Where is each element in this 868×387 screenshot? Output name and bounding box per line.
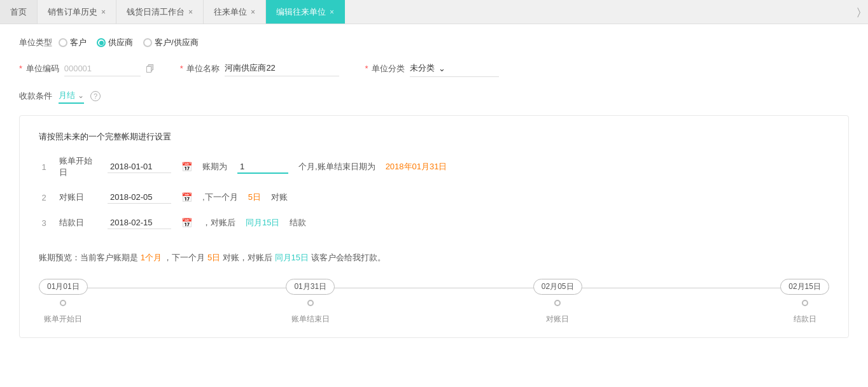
payment-desc-before: ，对账后 xyxy=(202,217,235,229)
unit-category-dropdown[interactable]: 未分类 ⌄ xyxy=(410,60,499,77)
preview-mid2: 对账，对账后 xyxy=(223,253,272,262)
timeline-points: 01月01日 账单开始日 01月31日 账单结束日 02月05日 对账日 xyxy=(39,279,829,325)
reconcile-desc-before: ,下一个月 xyxy=(202,192,238,203)
timeline-label-2: 对账日 xyxy=(546,314,569,325)
payment-select[interactable]: 月结 ⌄ xyxy=(59,88,84,104)
unit-name-input[interactable] xyxy=(225,61,339,76)
unit-category-label: * 单位分类 xyxy=(365,63,405,74)
unit-category-group: * 单位分类 未分类 ⌄ xyxy=(365,60,499,77)
radio-group-unit-type: 客户 供应商 客户/供应商 xyxy=(59,37,199,48)
reconcile-date-input[interactable] xyxy=(108,191,171,204)
radio-supplier-circle xyxy=(97,38,106,47)
settings-title: 请按照未来的一个完整帐期进行设置 xyxy=(39,131,829,143)
radio-both-label: 客户/供应商 xyxy=(155,37,199,48)
preview-mid1: ，下一个月 xyxy=(164,253,205,262)
timeline-dot-3 xyxy=(802,300,808,306)
timeline-label-3: 结款日 xyxy=(794,314,816,325)
row-num-3: 3 xyxy=(39,218,49,228)
reconcile-date-calendar-icon[interactable]: 📅 xyxy=(181,192,192,202)
timeline-dot-1 xyxy=(307,300,314,306)
timeline-point-1: 01月31日 账单结束日 xyxy=(286,279,335,325)
payment-label: 收款条件 xyxy=(19,90,52,102)
tab-edit-counterparty-close[interactable]: × xyxy=(330,8,334,17)
timeline-point-3: 02月15日 结款日 xyxy=(780,279,829,325)
row-label-1: 账单开始日 xyxy=(59,155,97,178)
cat-star: * xyxy=(365,64,368,73)
period-label: 账期为 xyxy=(202,161,227,172)
reconcile-highlight: 5日 xyxy=(248,192,261,203)
tab-home-label: 首页 xyxy=(10,6,27,18)
period-unit: 个月,账单结束日期为 xyxy=(298,161,375,172)
setting-row-2: 2 对账日 📅 ,下一个月 5日 对账 xyxy=(39,191,829,204)
main-content: 单位类型 客户 供应商 客户/供应商 * 单位编码 🗍 xyxy=(0,24,868,387)
end-date-display: 2018年01月31日 xyxy=(386,161,447,172)
radio-customer[interactable]: 客户 xyxy=(59,37,87,48)
radio-both[interactable]: 客户/供应商 xyxy=(143,37,199,48)
row-num-2: 2 xyxy=(39,193,49,202)
row-num-1: 1 xyxy=(39,162,49,172)
radio-customer-label: 客户 xyxy=(70,37,87,48)
timeline-badge-2: 02月05日 xyxy=(533,279,582,295)
payment-date-input[interactable] xyxy=(108,216,171,229)
start-date-input[interactable] xyxy=(108,160,171,173)
radio-supplier[interactable]: 供应商 xyxy=(97,37,133,48)
timeline-point-2: 02月05日 对账日 xyxy=(533,279,582,325)
reconcile-desc-after: 对账 xyxy=(271,192,288,203)
preview-section: 账期预览：当前客户账期是 1个月 ，下一个月 5日 对账，对账后 同月15日 该… xyxy=(39,242,829,325)
payment-row: 收款条件 月结 ⌄ ? xyxy=(19,88,849,104)
radio-supplier-label: 供应商 xyxy=(108,37,133,48)
unit-type-label: 单位类型 xyxy=(19,37,52,48)
tab-cash-work-label: 钱货日清工作台 xyxy=(127,6,185,18)
period-input[interactable] xyxy=(237,160,288,174)
unit-name-label: * 单位名称 xyxy=(180,63,220,74)
row-label-3: 结款日 xyxy=(59,217,97,229)
preview-highlight2: 5日 xyxy=(207,253,220,262)
payment-value: 月结 xyxy=(59,90,75,101)
timeline-badge-1: 01月31日 xyxy=(286,279,335,295)
timeline-label-1: 账单结束日 xyxy=(291,314,330,325)
unit-category-value: 未分类 xyxy=(410,62,435,74)
unit-code-icon[interactable]: 🗍 xyxy=(146,64,155,74)
setting-row-1: 1 账单开始日 📅 账期为 个月,账单结束日期为 2018年01月31日 xyxy=(39,155,829,178)
start-date-calendar-icon[interactable]: 📅 xyxy=(181,162,192,172)
preview-suffix: 该客户会给我打款。 xyxy=(311,253,386,262)
tab-sales-history-label: 销售订单历史 xyxy=(48,6,97,18)
payment-highlight: 同月15日 xyxy=(246,217,279,229)
tab-expand-button[interactable]: 〉 xyxy=(850,0,868,24)
tab-bar: 首页 销售订单历史 × 钱货日清工作台 × 往来单位 × 编辑往来单位 × 〉 xyxy=(0,0,868,24)
radio-both-circle xyxy=(143,38,152,47)
name-star: * xyxy=(180,64,183,73)
unit-info-row: * 单位编码 🗍 * 单位名称 * 单位分类 未分类 ⌄ xyxy=(19,60,849,77)
radio-customer-circle xyxy=(59,38,67,47)
tab-counterparty-close[interactable]: × xyxy=(251,8,255,17)
timeline: 01月01日 账单开始日 01月31日 账单结束日 02月05日 对账日 xyxy=(39,279,829,325)
unit-name-group: * 单位名称 xyxy=(180,61,340,76)
timeline-badge-0: 01月01日 xyxy=(39,279,88,295)
payment-desc-after: 结款 xyxy=(290,217,306,229)
unit-code-group: * 单位编码 🗍 xyxy=(19,61,155,76)
timeline-badge-3: 02月15日 xyxy=(780,279,829,295)
preview-prefix: 账期预览：当前客户账期是 xyxy=(39,253,138,262)
timeline-label-0: 账单开始日 xyxy=(44,314,82,325)
tab-counterparty-label: 往来单位 xyxy=(214,6,247,18)
timeline-dot-0 xyxy=(60,300,66,306)
preview-highlight3: 同月15日 xyxy=(275,253,309,262)
payment-dropdown-arrow: ⌄ xyxy=(78,91,84,100)
code-star: * xyxy=(19,64,22,73)
tab-counterparty[interactable]: 往来单位 × xyxy=(204,0,266,24)
category-dropdown-arrow: ⌄ xyxy=(438,64,445,73)
tab-edit-counterparty-label: 编辑往来单位 xyxy=(276,6,326,18)
tab-home[interactable]: 首页 xyxy=(0,0,38,24)
tab-cash-work[interactable]: 钱货日清工作台 × xyxy=(116,0,204,24)
timeline-dot-2 xyxy=(554,300,561,306)
tab-sales-history[interactable]: 销售订单历史 × xyxy=(38,0,116,24)
tab-sales-history-close[interactable]: × xyxy=(101,8,106,17)
payment-date-calendar-icon[interactable]: 📅 xyxy=(181,218,192,228)
payment-help-icon[interactable]: ? xyxy=(90,91,101,101)
tab-edit-counterparty[interactable]: 编辑往来单位 × xyxy=(266,0,345,24)
preview-highlight1: 1个月 xyxy=(141,253,162,262)
setting-row-3: 3 结款日 📅 ，对账后 同月15日 结款 xyxy=(39,216,829,229)
tab-cash-work-close[interactable]: × xyxy=(188,8,193,17)
unit-code-input[interactable] xyxy=(64,61,141,76)
unit-code-label: * 单位编码 xyxy=(19,63,59,74)
